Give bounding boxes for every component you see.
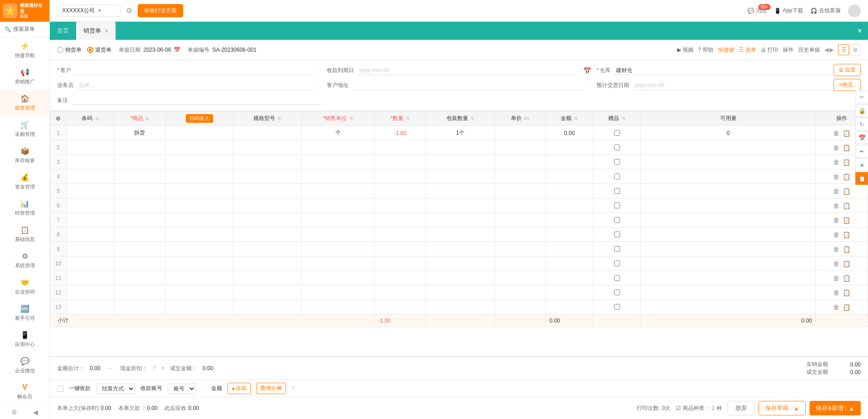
app-download-btn[interactable]: 📱 App下载 [774,7,803,14]
unit-cell[interactable] [301,213,374,227]
table-settings-icon[interactable]: ⚙ [56,116,61,122]
price-cell[interactable] [495,126,546,140]
gift-cell[interactable] [593,169,641,184]
product-cell[interactable] [114,169,165,184]
spec-cell[interactable] [233,126,301,140]
gift-cell[interactable] [593,198,641,213]
gift-cell[interactable] [593,271,641,285]
copy-icon[interactable]: 📋 [843,217,850,224]
qty-cell[interactable] [374,140,426,155]
unit-cell[interactable] [301,285,374,300]
user-avatar[interactable] [848,5,861,17]
barcode-cell[interactable] [67,256,114,271]
unit-cell[interactable]: 个 [301,126,374,140]
sidebar-item-sales[interactable]: 🏠 销售管理 [0,90,49,116]
amount-cell[interactable] [546,184,593,198]
price-cell[interactable] [495,227,546,242]
copy-icon[interactable]: 📋 [843,246,850,253]
price-cell[interactable] [495,198,546,213]
barcode-cell[interactable] [67,169,114,184]
pkg-cell[interactable] [426,155,495,169]
delete-icon[interactable]: 🗑 [833,246,839,253]
product-cell[interactable] [114,300,165,314]
unit-cell[interactable] [301,300,374,314]
amount-cell[interactable] [546,271,593,285]
qty-cell[interactable] [374,285,426,300]
next-btn[interactable]: ▶ [829,47,834,53]
barcode-cell[interactable] [67,242,114,256]
price-cell[interactable] [495,242,546,256]
amount-cell[interactable]: 0.00 [546,126,593,140]
prev-btn[interactable]: ◀ [824,47,829,53]
unit-cell[interactable] [301,155,374,169]
price-cell[interactable] [495,271,546,285]
salesperson-dots-icon[interactable]: ··· [317,82,321,89]
customer-dots-icon[interactable]: ··· [317,67,321,74]
pkg-cell[interactable] [426,242,495,256]
copy-icon[interactable]: 📋 [843,188,850,195]
unit-cell[interactable] [301,169,374,184]
spec-cell[interactable] [233,155,301,169]
qty-cell[interactable]: -1.00 [374,126,426,140]
price-cell[interactable] [495,169,546,184]
due-date-calendar-icon[interactable]: 📅 [583,67,591,74]
float-refresh-btn[interactable]: ↻ [855,118,868,130]
copy-icon[interactable]: 📋 [843,275,850,282]
copy-icon[interactable]: 📋 [843,130,850,137]
copy-icon[interactable]: 📋 [843,173,850,180]
warehouse-input[interactable] [614,66,853,75]
grid-view-btn[interactable]: ⊞ [850,44,861,55]
customer-input[interactable] [75,66,313,75]
delete-icon[interactable]: 🗑 [833,275,839,282]
delete-icon[interactable]: 🗑 [833,188,839,195]
price-cell[interactable] [495,140,546,155]
unit-cell[interactable] [301,227,374,242]
product-cell[interactable] [114,227,165,242]
amount-cell[interactable] [546,242,593,256]
unit-cell[interactable] [301,271,374,285]
fenyong-btn[interactable]: 费用分摊 [256,383,286,394]
amount-cell[interactable] [546,213,593,227]
list-view-btn[interactable]: ☰ [838,44,849,55]
delete-icon[interactable]: 🗑 [833,303,839,311]
sidebar-item-guide[interactable]: 🆕 新手引导 [0,300,49,326]
settings-form-btn[interactable]: ⚙ 设置 [834,64,861,76]
product-cell[interactable] [114,184,165,198]
price-cell[interactable] [495,213,546,227]
pkg-cell[interactable] [426,184,495,198]
tab-close-icon[interactable]: ✕ [105,29,108,34]
pkg-cell[interactable] [426,169,495,184]
calendar-icon[interactable]: 📅 [174,47,180,53]
price-cell[interactable] [495,184,546,198]
barcode-cell[interactable] [67,126,114,140]
product-cell[interactable] [114,213,165,227]
product-cell[interactable] [114,256,165,271]
address-input[interactable] [352,81,583,90]
float-edit-btn[interactable]: ✏ [855,91,868,103]
service-btn[interactable]: 🎧 在线客服 [810,7,841,14]
product-cell[interactable] [114,155,165,169]
product-cell[interactable] [114,140,165,155]
delete-icon[interactable]: 🗑 [833,217,839,224]
trial-btn[interactable]: 体验行业方案 [138,4,183,17]
radio-sale[interactable]: 销货单 [57,46,82,54]
spec-cell[interactable] [233,285,301,300]
spec-cell[interactable] [233,184,301,198]
spec-cell[interactable] [233,271,301,285]
barcode-cell[interactable] [67,140,114,155]
product-cell[interactable] [114,285,165,300]
qty-cell[interactable] [374,256,426,271]
tab-sales-order[interactable]: 销货单 ✕ [76,22,116,40]
barcode-cell[interactable] [67,198,114,213]
price-cell[interactable] [495,285,546,300]
barcode-cell[interactable] [67,300,114,314]
float-main-btn[interactable]: 📋 [855,172,868,185]
copy-icon[interactable]: 📋 [843,202,850,209]
pkg-cell[interactable] [426,256,495,271]
sidebar-settings-btn[interactable]: ⚙ [11,409,17,416]
company-selector[interactable]: XXXXXX公司 ▼ [57,5,121,17]
remarks-input[interactable] [72,96,321,105]
spec-cell[interactable] [233,256,301,271]
qty-cell[interactable] [374,198,426,213]
barcode-cell[interactable] [67,285,114,300]
